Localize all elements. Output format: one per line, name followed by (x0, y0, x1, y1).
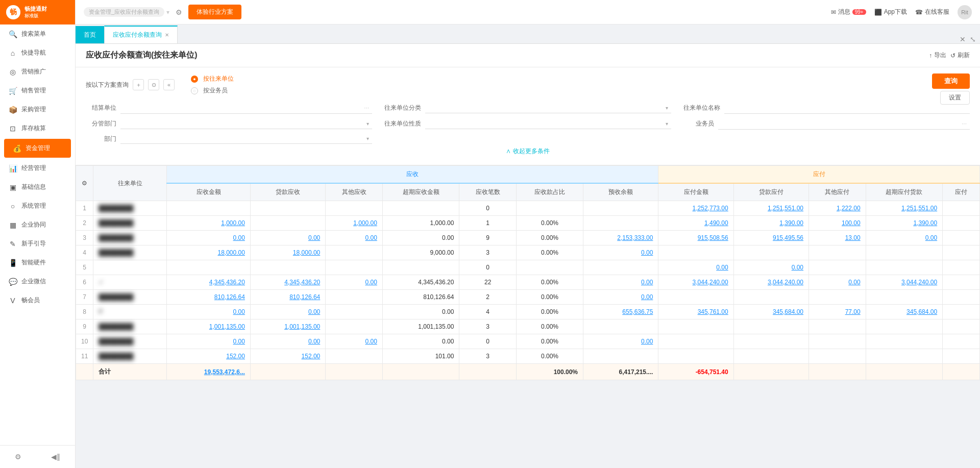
row-prepay[interactable]: 2,153,333.00 (583, 231, 658, 245)
partner-name-input[interactable] (724, 102, 970, 114)
sidebar-item-marketing[interactable]: ◎ 营销推广 (0, 62, 75, 81)
sidebar-item-corp[interactable]: ▦ 企业协同 (0, 215, 75, 234)
row-ap-overdue[interactable]: 1,390.00 (866, 216, 942, 231)
row-ar-amount[interactable]: 1,001,135.00 (167, 319, 251, 334)
export-button[interactable]: ↑ 导出 (929, 51, 946, 60)
user-avatar[interactable]: Rit (958, 5, 972, 19)
row-ar-loan[interactable]: 18,000.00 (250, 245, 325, 260)
message-btn[interactable]: ✉ 消息 99+ (831, 8, 866, 16)
row-ap-amount[interactable]: 345,761.00 (658, 305, 733, 319)
table-row: 4████████18,000.0018,000.009,000.0030.00… (76, 245, 980, 260)
row-ar-other[interactable]: 0.00 (326, 231, 383, 245)
sidebar-item-system[interactable]: ○ 系统管理 (0, 196, 75, 215)
row-ar-loan[interactable]: 152.00 (250, 349, 325, 364)
tab-close-btn[interactable]: ✕ (960, 35, 966, 43)
row-ar-amount[interactable]: 4,345,436.20 (167, 275, 251, 290)
dept-select[interactable]: ▾ (120, 134, 372, 144)
row-ar-loan[interactable]: 0.00 (250, 231, 325, 245)
sidebar-item-quicknav[interactable]: ⌂ 快捷导航 (0, 43, 75, 62)
row-ap-other[interactable]: 100.00 (809, 216, 866, 231)
row-ap-overdue[interactable]: 345,684.00 (866, 305, 942, 319)
row-ap-amount[interactable]: 915,508.56 (658, 231, 733, 245)
division-dept-label: 分管部门 (86, 119, 116, 128)
sidebar-item-guide[interactable]: ✎ 新手引导 (0, 234, 75, 253)
refresh-button[interactable]: ↺ 刷新 (950, 51, 970, 60)
row-ar-amount[interactable]: 0.00 (167, 334, 251, 349)
sidebar-item-purchase[interactable]: 📦 采购管理 (0, 100, 75, 119)
row-ap-loan[interactable]: 1,251,551.00 (733, 201, 808, 216)
row-ap-overdue[interactable]: 1,251,551.00 (866, 201, 942, 216)
row-prepay[interactable]: 0.00 (583, 245, 658, 260)
row-ap-other[interactable]: 13.00 (809, 231, 866, 245)
salesperson-select[interactable]: ··· (718, 118, 970, 130)
collapse-label: 收起更多条件 (513, 147, 550, 155)
row-ap-loan[interactable]: 915,495.56 (733, 231, 808, 245)
partner-category-select[interactable]: ▾ (425, 103, 671, 113)
partner-nature-select[interactable]: ▾ (425, 119, 671, 129)
filter-nav-by-salesperson[interactable]: ○ 按业务员 (187, 85, 238, 96)
sidebar-item-basic[interactable]: ▣ 基础信息 (0, 178, 75, 196)
sidebar-item-operations[interactable]: 📊 经营管理 (0, 159, 75, 178)
row-ar-other[interactable]: 0.00 (326, 275, 383, 290)
sidebar-item-finance[interactable]: 💰 资金管理 (4, 139, 71, 158)
online-service-btn[interactable]: ☎ 在线客服 (915, 8, 949, 16)
settlement-unit-input[interactable]: ··· (120, 102, 372, 114)
row-ar-other[interactable]: 0.00 (326, 334, 383, 349)
row-prepay[interactable]: 0.00 (583, 334, 658, 349)
row-ap-overdue[interactable]: 0.00 (866, 231, 942, 245)
settlement-unit-label: 结算单位 (86, 104, 116, 112)
row-ar-loan[interactable]: 0.00 (250, 305, 325, 319)
sidebar-item-inventory[interactable]: ⊡ 库存核算 (0, 119, 75, 138)
filter-collapse-btn[interactable]: ∧ 收起更多条件 (86, 144, 970, 159)
filter-collapse-icon[interactable]: « (163, 79, 175, 90)
row-ap-other (809, 245, 866, 260)
row-ar-loan[interactable]: 0.00 (250, 334, 325, 349)
header-gear-icon[interactable]: ⚙ (176, 8, 182, 16)
sidebar-item-wechat[interactable]: 💬 企业微信 (0, 272, 75, 291)
sidebar-collapse-btn[interactable]: ◀‖ (48, 450, 63, 464)
filter-settings-button[interactable]: 设置 (940, 91, 970, 105)
row-ar-amount[interactable]: 0.00 (167, 231, 251, 245)
row-ar-amount[interactable]: 810,126.64 (167, 290, 251, 305)
tab-close-icon[interactable]: ✕ (165, 32, 169, 38)
sidebar-item-sales[interactable]: 🛒 销售管理 (0, 81, 75, 100)
row-prepay[interactable]: 0.00 (583, 290, 658, 305)
row-ap-loan[interactable]: 1,390.00 (733, 216, 808, 231)
tab-expand-btn[interactable]: ⤡ (970, 35, 976, 43)
row-ar-other[interactable]: 1,000.00 (326, 216, 383, 231)
row-ap-amount[interactable]: 1,490.00 (658, 216, 733, 231)
row-ap-other[interactable]: 1,222.00 (809, 201, 866, 216)
table-settings-col[interactable]: ⚙ (76, 166, 93, 201)
sidebar-settings-btn[interactable]: ⚙ (12, 450, 24, 464)
row-ar-loan[interactable]: 1,001,135.00 (250, 319, 325, 334)
cta-button[interactable]: 体验行业方案 (188, 5, 241, 19)
row-ap-overdue[interactable]: 3,044,240.00 (866, 275, 942, 290)
row-ar-loan[interactable]: 810,126.64 (250, 290, 325, 305)
row-ar-amount[interactable]: 0.00 (167, 305, 251, 319)
row-ap-loan[interactable]: 0.00 (733, 260, 808, 275)
row-ap-amount[interactable]: 3,044,240.00 (658, 275, 733, 290)
row-ap-amount[interactable]: 1,252,773.00 (658, 201, 733, 216)
app-download-btn[interactable]: ⬛ App下载 (874, 8, 907, 16)
row-ap-other[interactable]: 0.00 (809, 275, 866, 290)
filter-settings-icon[interactable]: ⊙ (148, 79, 159, 90)
filter-nav-by-partner[interactable]: ● 按往来单位 (187, 73, 238, 84)
tab-ar-ap[interactable]: 应收应付余额查询 ✕ (104, 26, 178, 43)
row-ar-amount[interactable]: 152.00 (167, 349, 251, 364)
sidebar-item-hardware[interactable]: 📱 智能硬件 (0, 253, 75, 272)
row-ap-other[interactable]: 77.00 (809, 305, 866, 319)
row-ap-loan[interactable]: 3,044,240.00 (733, 275, 808, 290)
filter-add-btn[interactable]: ＋ (133, 79, 144, 90)
tab-home[interactable]: 首页 (76, 26, 104, 43)
query-button[interactable]: 查询 (932, 73, 970, 89)
row-ar-loan[interactable]: 4,345,436.20 (250, 275, 325, 290)
row-ar-amount[interactable]: 1,000.00 (167, 216, 251, 231)
row-ap-amount[interactable]: 0.00 (658, 260, 733, 275)
row-ar-amount[interactable]: 18,000.00 (167, 245, 251, 260)
sidebar-item-member[interactable]: V 畅会员 (0, 291, 75, 310)
sidebar-item-search[interactable]: 🔍 搜索菜单 (0, 24, 75, 43)
division-dept-select[interactable]: ▾ (120, 119, 372, 129)
row-prepay[interactable]: 0.00 (583, 275, 658, 290)
row-ap-loan[interactable]: 345,684.00 (733, 305, 808, 319)
row-prepay[interactable]: 655,636.75 (583, 305, 658, 319)
